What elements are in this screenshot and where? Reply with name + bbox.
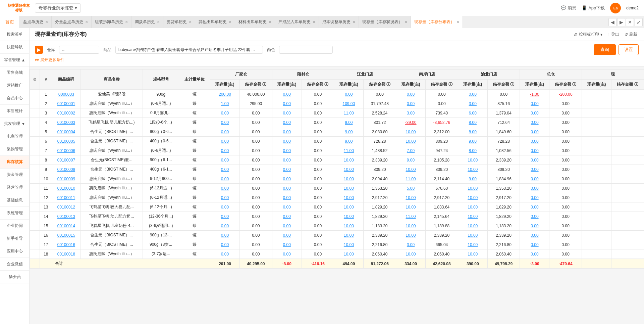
tab-transfer[interactable]: 调拨单历史 ✕ — [131, 16, 163, 28]
sidebar-item-search[interactable]: 搜索英单 — [0, 28, 29, 41]
tab-close-cost[interactable]: ✕ — [353, 20, 355, 24]
cell-code[interactable]: 00100003 — [52, 118, 80, 127]
cell-f-stock[interactable]: 0.00 — [210, 221, 240, 231]
cell-j-stock[interactable]: 10.00 — [334, 231, 364, 240]
tab-close-dist[interactable]: ✕ — [457, 20, 459, 24]
cell-y-stock[interactable]: 9.00 — [458, 174, 487, 184]
tab-branch-count[interactable]: 分量盘点单历史 ✕ — [52, 16, 92, 28]
cell-f-stock[interactable]: 0.00 — [210, 118, 240, 127]
industry-selector[interactable]: 母婴行业演示陈套 ▾ — [35, 3, 81, 13]
cell-y-stock[interactable]: 8.00 — [458, 118, 487, 127]
cell-n-stock[interactable]: 7.00 — [396, 146, 426, 155]
cell-j-stock[interactable]: 10.00 — [334, 184, 364, 193]
cell-t-stock[interactable]: 0.00 — [520, 165, 549, 174]
tab-prev-btn[interactable]: ◀ — [608, 18, 616, 26]
cell-n-stock[interactable]: 10.00 — [396, 193, 426, 202]
sidebar-item-enterprise[interactable]: 企业协同 — [0, 220, 29, 232]
cell-m-stock[interactable]: 0.00 — [272, 108, 302, 118]
cell-n-stock[interactable]: 5.00 — [396, 184, 426, 193]
sidebar-item-base[interactable]: 基础信息 — [0, 194, 29, 207]
cell-m-stock[interactable]: 0.00 — [272, 146, 302, 155]
refresh-btn[interactable]: ↺ 刷新 — [623, 31, 639, 38]
sidebar-item-wechat[interactable]: 企业微信 — [0, 258, 29, 271]
cell-m-stock[interactable]: 0.00 — [272, 202, 302, 212]
tab-order[interactable]: 要货单历史 ✕ — [163, 16, 195, 28]
cell-n-stock[interactable]: 3.00 — [396, 240, 426, 249]
cell-f-stock[interactable]: 0.00 — [210, 231, 240, 240]
cell-n-stock[interactable]: 11.00 — [396, 174, 426, 184]
cell-y-stock[interactable]: 9.00 — [458, 137, 487, 146]
tab-stock-dist[interactable]: 现存量（库存分布表） ✕ — [411, 16, 463, 28]
cell-m-stock[interactable]: 0.00 — [272, 184, 302, 193]
tab-inventory-count[interactable]: 盘点单历史 ✕ — [20, 16, 52, 28]
sidebar-item-marketing[interactable]: 营销推广 — [0, 79, 29, 92]
cell-t-stock[interactable]: 0.00 — [520, 108, 549, 118]
cell-m-stock[interactable]: 0.00 — [272, 155, 302, 165]
cell-j-stock[interactable]: 10.00 — [334, 240, 364, 249]
cell-code[interactable]: 00100008 — [52, 165, 80, 174]
cell-t-stock[interactable]: 0.00 — [520, 99, 549, 108]
cell-m-stock[interactable]: 0.00 — [272, 249, 302, 259]
cell-f-stock[interactable]: 0.00 — [210, 193, 240, 202]
cell-code[interactable]: 00100010 — [52, 184, 80, 193]
cell-n-stock[interactable]: 10.00 — [396, 221, 426, 231]
cell-m-stock[interactable]: 0.00 — [272, 137, 302, 146]
sidebar-item-retail-stats[interactable]: 零售统计 — [0, 105, 29, 118]
cell-y-stock[interactable]: 8.00 — [458, 146, 487, 155]
cell-f-stock[interactable]: 0.00 — [210, 184, 240, 193]
tab-close-other-out[interactable]: ✕ — [229, 20, 231, 24]
cell-j-stock[interactable]: 9.00 — [334, 127, 364, 137]
cell-n-stock[interactable]: 10.00 — [396, 165, 426, 174]
cell-j-stock[interactable]: 10.00 — [334, 221, 364, 231]
cell-m-stock[interactable]: 0.00 — [272, 240, 302, 249]
cell-f-stock[interactable]: 0.00 — [210, 127, 240, 137]
cell-y-stock[interactable]: 10.00 — [458, 240, 487, 249]
cell-code[interactable]: 00100012 — [52, 202, 80, 212]
cell-y-stock[interactable]: 8.00 — [458, 127, 487, 137]
cell-n-stock[interactable]: 11.00 — [396, 212, 426, 221]
query-button[interactable]: 查询 — [594, 44, 616, 55]
cell-code[interactable]: 00100005 — [52, 137, 80, 146]
cell-f-stock[interactable]: 0.00 — [210, 212, 240, 221]
cell-y-stock[interactable]: 6.00 — [458, 108, 487, 118]
cell-code[interactable]: 00100009 — [52, 174, 80, 184]
sidebar-item-system[interactable]: 系统管理 — [0, 207, 29, 220]
cell-y-stock[interactable]: 10.00 — [458, 165, 487, 174]
sidebar-item-ecommerce[interactable]: 电商管理 — [0, 130, 29, 143]
cell-code[interactable]: 00100002 — [52, 108, 80, 118]
tab-combo[interactable]: 组装拆卸单历史 ✕ — [92, 16, 131, 28]
cell-f-stock[interactable]: 0.00 — [210, 137, 240, 146]
sidebar-item-wholesale[interactable]: 批发管理 ▼ — [0, 118, 29, 130]
sidebar-item-stock[interactable]: 库存核算 — [0, 156, 29, 169]
cell-code[interactable]: 0000003 — [52, 90, 80, 99]
cell-t-stock[interactable]: 0.00 — [520, 202, 549, 212]
cell-t-stock[interactable]: 0.00 — [520, 127, 549, 137]
cell-m-stock[interactable]: 0.00 — [272, 165, 302, 174]
tab-close-combo[interactable]: ✕ — [125, 20, 128, 24]
cell-code[interactable]: 00100018 — [52, 249, 80, 259]
tab-production-in[interactable]: 产成品入库单历史 ✕ — [275, 16, 319, 28]
tab-close-status[interactable]: ✕ — [405, 20, 407, 24]
warehouse-input[interactable] — [59, 46, 99, 54]
tab-close-material[interactable]: ✕ — [269, 20, 271, 24]
tab-close-transfer[interactable]: ✕ — [157, 20, 160, 24]
cell-f-stock[interactable]: 0.00 — [210, 165, 240, 174]
cell-m-stock[interactable]: 0.00 — [272, 118, 302, 127]
cell-m-stock[interactable]: 0.00 — [272, 212, 302, 221]
cell-code[interactable]: 00100007 — [52, 155, 80, 165]
cell-m-stock[interactable]: 0.00 — [272, 174, 302, 184]
cell-j-stock[interactable]: 10.00 — [334, 212, 364, 221]
color-input[interactable] — [279, 46, 333, 54]
tab-close-order[interactable]: ✕ — [189, 20, 192, 24]
cell-code[interactable]: 00100001 — [52, 99, 80, 108]
cell-y-stock[interactable]: 10.00 — [458, 155, 487, 165]
cell-code[interactable]: 00100015 — [52, 231, 80, 240]
cell-j-stock[interactable]: 10.00 — [334, 174, 364, 184]
cell-f-stock[interactable]: 200.00 — [210, 90, 240, 99]
tab-close-production[interactable]: ✕ — [313, 20, 315, 24]
goods-input[interactable] — [115, 46, 263, 54]
sidebar-item-operations[interactable]: 经营管理 — [0, 181, 29, 194]
cell-f-stock[interactable]: 0.00 — [210, 240, 240, 249]
avatar[interactable]: Ea — [610, 3, 621, 13]
tab-close-branch[interactable]: ✕ — [85, 20, 88, 24]
